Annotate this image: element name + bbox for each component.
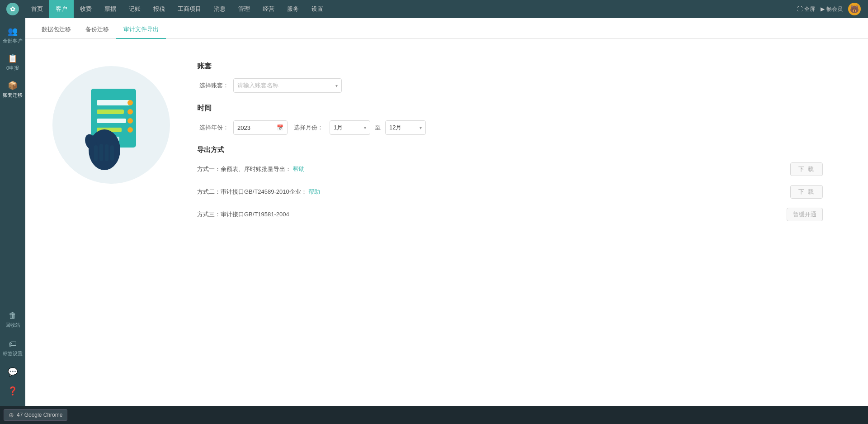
sidebar-item-all-customers[interactable]: 👥 全部客户 — [0, 23, 25, 48]
tabs-bar: 数据包迁移 备份迁移 审计文件导出 — [25, 18, 868, 39]
time-section-title: 时间 — [197, 104, 841, 113]
export-method-1-help[interactable]: 帮助 — [293, 166, 305, 172]
month-start-arrow: ▾ — [364, 125, 366, 130]
taskbar: ⊕ 47 Google Chrome — [0, 406, 868, 424]
logo-area: ✿ — [0, 0, 25, 18]
logo-icon: ✿ — [6, 3, 19, 15]
nav-bookkeeping[interactable]: 记账 — [123, 0, 147, 18]
account-select-row: 选择账套： 请输入账套名称 ▾ — [197, 78, 841, 93]
all-customers-icon: 👥 — [8, 26, 18, 36]
sidebar-label-recycle: 回收站 — [5, 322, 20, 329]
help-icon[interactable]: ❓ — [5, 383, 20, 399]
sidebar-item-zero-report[interactable]: 📋 0申报 — [0, 50, 25, 75]
account-select-placeholder: 请输入账套名称 — [237, 81, 278, 90]
chat-icon[interactable]: 💬 — [5, 364, 20, 380]
nav-right: ⛶ 全屏 ▶ 畅会员 🐻 — [797, 3, 868, 15]
page-content: 账套 选择账套： 请输入账套名称 ▾ 时间 选择年份： 2023 — [25, 39, 868, 406]
month-start-select[interactable]: 1月 ▾ — [330, 120, 370, 135]
account-section-title: 账套 — [197, 62, 841, 71]
export-method-1-download-btn[interactable]: 下 载 — [790, 162, 823, 176]
top-navigation: ✿ 首页 客户 收费 票据 记账 报税 工商项目 消息 管理 经营 服务 设置 … — [0, 0, 868, 18]
account-select-label: 选择账套： — [197, 81, 229, 90]
month-end-arrow: ▾ — [420, 125, 422, 130]
sidebar-label-account-migration: 账套迁移 — [3, 92, 23, 99]
sidebar-label-tag-settings: 标签设置 — [3, 350, 23, 357]
nav-message[interactable]: 消息 — [208, 0, 232, 18]
svg-rect-15 — [110, 145, 114, 161]
svg-point-8 — [127, 118, 133, 124]
tab-audit-export[interactable]: 审计文件导出 — [116, 21, 166, 39]
svg-rect-14 — [105, 144, 108, 161]
avatar[interactable]: 🐻 — [848, 3, 861, 15]
fullscreen-icon: ⛶ — [797, 6, 802, 12]
fullscreen-btn[interactable]: ⛶ 全屏 — [797, 5, 815, 13]
tab-data-migration[interactable]: 数据包迁移 — [34, 21, 78, 39]
nav-manage[interactable]: 管理 — [232, 0, 256, 18]
export-method-3-row: 方式三：审计接口GB/T19581-2004 暂缓开通 — [197, 208, 841, 221]
sidebar-label-all-customers: 全部客户 — [3, 38, 23, 44]
nav-tax[interactable]: 报税 — [147, 0, 171, 18]
form-area: 账套 选择账套： 请输入账套名称 ▾ 时间 选择年份： 2023 — [197, 57, 841, 388]
sidebar-item-recycle[interactable]: 🗑 回收站 — [1, 307, 24, 332]
tag-settings-icon: 🏷 — [9, 339, 17, 349]
account-migration-icon: 📦 — [8, 81, 18, 91]
svg-rect-12 — [94, 145, 98, 161]
svg-point-6 — [127, 100, 133, 105]
member-btn[interactable]: ▶ 畅会员 — [821, 5, 843, 13]
svg-rect-3 — [97, 119, 126, 123]
sidebar-bottom: 🗑 回收站 🏷 标签设置 💬 ❓ — [1, 307, 24, 406]
sidebar-item-tag-settings[interactable]: 🏷 标签设置 — [1, 336, 24, 361]
nav-items: 首页 客户 收费 票据 记账 报税 工商项目 消息 管理 经营 服务 设置 — [25, 0, 797, 18]
export-method-1-desc: 方式一：余额表、序时账批量导出： 帮助 — [197, 165, 305, 173]
sidebar-label-zero-report: 0申报 — [6, 65, 19, 71]
export-section-title: 导出方式 — [197, 146, 841, 154]
export-method-3-desc: 方式三：审计接口GB/T19581-2004 — [197, 210, 289, 219]
nav-operation[interactable]: 经营 — [256, 0, 281, 18]
account-dropdown-arrow: ▾ — [335, 83, 338, 88]
export-method-1-row: 方式一：余额表、序时账批量导出： 帮助 下 载 — [197, 162, 841, 176]
svg-point-7 — [127, 109, 133, 114]
year-label: 选择年份： — [197, 124, 229, 132]
illustration-area — [52, 57, 170, 388]
nav-invoice[interactable]: 票据 — [98, 0, 123, 18]
export-method-3-open-btn[interactable]: 暂缓开通 — [787, 208, 823, 221]
nav-business[interactable]: 工商项目 — [171, 0, 208, 18]
nav-fee[interactable]: 收费 — [74, 0, 98, 18]
year-value: 2023 — [237, 124, 250, 131]
chrome-icon: ⊕ — [9, 411, 14, 419]
sidebar-item-account-migration[interactable]: 📦 账套迁移 — [0, 77, 25, 102]
month-end-select[interactable]: 12月 ▾ — [385, 120, 426, 135]
nav-home[interactable]: 首页 — [25, 0, 49, 18]
export-method-2-desc: 方式二：审计接口GB/T24589-2010企业： 帮助 — [197, 188, 320, 196]
export-method-2-row: 方式二：审计接口GB/T24589-2010企业： 帮助 下 载 — [197, 185, 841, 199]
member-icon: ▶ — [821, 6, 825, 12]
tab-backup-migration[interactable]: 备份迁移 — [78, 21, 116, 39]
taskbar-app-label: 47 Google Chrome — [17, 412, 62, 418]
year-input[interactable]: 2023 📅 — [233, 120, 288, 135]
calendar-icon: 📅 — [277, 124, 283, 131]
recycle-icon: 🗑 — [9, 311, 17, 320]
time-select-row: 选择年份： 2023 📅 选择月份： 1月 ▾ 至 12月 — [197, 120, 841, 135]
separator: 至 — [375, 124, 381, 132]
month-end-value: 12月 — [389, 124, 401, 132]
content-area: 数据包迁移 备份迁移 审计文件导出 — [25, 18, 868, 406]
svg-rect-13 — [99, 144, 103, 161]
nav-customer[interactable]: 客户 — [49, 0, 74, 18]
svg-point-9 — [127, 127, 133, 133]
taskbar-chrome-app[interactable]: ⊕ 47 Google Chrome — [4, 409, 67, 421]
nav-service[interactable]: 服务 — [281, 0, 305, 18]
svg-rect-1 — [97, 100, 130, 105]
main-layout: 👥 全部客户 📋 0申报 📦 账套迁移 🗑 回收站 🏷 标签设置 💬 ❓ — [0, 18, 868, 406]
export-method-2-download-btn[interactable]: 下 载 — [790, 185, 823, 199]
svg-rect-2 — [97, 110, 124, 114]
illustration-circle — [52, 66, 170, 184]
zero-report-icon: 📋 — [8, 53, 18, 63]
export-method-2-help[interactable]: 帮助 — [308, 188, 320, 195]
nav-settings[interactable]: 设置 — [305, 0, 330, 18]
month-label: 选择月份： — [292, 124, 325, 132]
account-select-input[interactable]: 请输入账套名称 ▾ — [233, 78, 342, 93]
sidebar: 👥 全部客户 📋 0申报 📦 账套迁移 🗑 回收站 🏷 标签设置 💬 ❓ — [0, 18, 25, 406]
export-section: 导出方式 方式一：余额表、序时账批量导出： 帮助 下 载 方式二：审计接口GB/… — [197, 146, 841, 221]
month-start-value: 1月 — [334, 124, 343, 132]
